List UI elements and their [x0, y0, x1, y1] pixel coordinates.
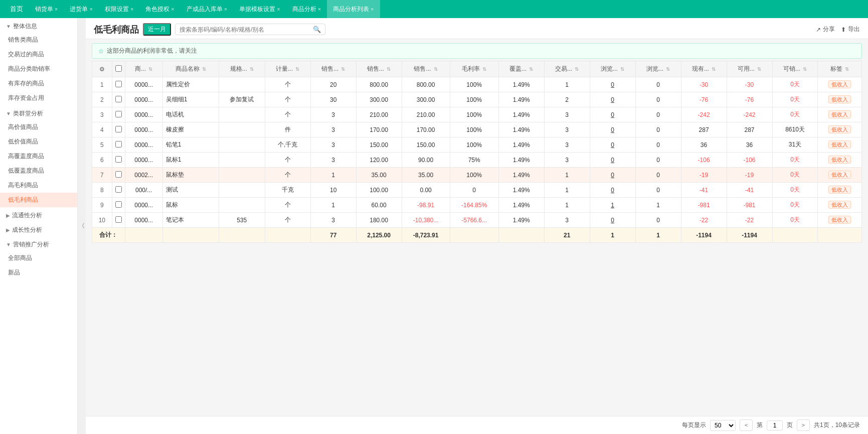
nav-goods-analysis[interactable]: 商品分析 ×: [286, 0, 327, 18]
total-spec: [219, 228, 265, 243]
sidebar-item-low-value[interactable]: 低价值商品: [0, 134, 77, 149]
page-number-input[interactable]: [767, 420, 783, 430]
row-current: -22: [681, 213, 727, 228]
row-num: 8: [92, 183, 112, 198]
row-unit: 个: [265, 92, 310, 107]
row-checkbox[interactable]: [115, 216, 122, 223]
export-button[interactable]: ⬆ 导出: [841, 25, 860, 34]
row-checkbox-cell[interactable]: [112, 92, 125, 107]
share-button[interactable]: ↗ 分享: [816, 25, 835, 34]
nav-sales-order[interactable]: 销货单 ×: [29, 0, 64, 18]
sidebar-item-low-coverage[interactable]: 低覆盖度商品: [0, 164, 77, 178]
row-checkbox-cell[interactable]: [112, 107, 125, 122]
close-purchase-order-icon[interactable]: ×: [89, 6, 92, 12]
row-checkbox[interactable]: [115, 171, 122, 178]
close-product-in-icon[interactable]: ×: [224, 6, 227, 12]
nav-home[interactable]: 首页: [4, 0, 29, 18]
sidebar-item-traded-goods[interactable]: 交易过的商品: [0, 47, 77, 62]
col-trades[interactable]: 交易... ⇅: [544, 61, 590, 77]
sidebar-item-in-stock[interactable]: 有库存的商品: [0, 76, 77, 91]
row-sales2: 100.00: [356, 183, 402, 198]
date-filter-button[interactable]: 近一月: [143, 23, 171, 36]
search-input[interactable]: [180, 26, 313, 33]
row-sales2: 300.00: [356, 92, 402, 107]
nav-product-in[interactable]: 产成品入库单 ×: [181, 0, 233, 18]
row-checkbox[interactable]: [115, 156, 122, 163]
row-checkbox[interactable]: [115, 186, 122, 193]
row-checkbox-cell[interactable]: [112, 77, 125, 92]
nav-permissions[interactable]: 权限设置 ×: [99, 0, 139, 18]
row-checkbox[interactable]: [115, 141, 122, 148]
sidebar-item-category-sales[interactable]: 商品分类助销率: [0, 62, 77, 76]
col-checkbox[interactable]: [112, 61, 125, 77]
col-sales1[interactable]: 销售... ⇅: [310, 61, 356, 77]
nav-role-auth[interactable]: 角色授权 ×: [139, 0, 180, 18]
sidebar-item-new-goods[interactable]: 新品: [0, 265, 77, 280]
col-spec[interactable]: 规格... ⇅: [219, 61, 265, 77]
select-all-checkbox[interactable]: [115, 65, 122, 72]
col-saleable[interactable]: 可销... ⇅: [772, 61, 818, 77]
sidebar-collapse-button[interactable]: 《: [78, 18, 86, 434]
sidebar-group-marketing[interactable]: ▼ 营销推广分析: [0, 236, 77, 251]
close-template-icon[interactable]: ×: [277, 6, 280, 12]
sidebar-group-growth[interactable]: ▶ 成长性分析: [0, 222, 77, 236]
next-page-button[interactable]: ＞: [797, 419, 810, 431]
total-name: [162, 228, 219, 243]
col-tag[interactable]: 标签 ⇅: [818, 61, 862, 77]
row-checkbox-cell[interactable]: [112, 198, 125, 213]
sidebar-group-overall[interactable]: ▼ 整体信息: [0, 18, 77, 33]
col-sales3[interactable]: 销售... ⇅: [402, 61, 450, 77]
row-code: 0000...: [125, 92, 162, 107]
col-code[interactable]: 商... ⇅: [125, 61, 162, 77]
col-sales2[interactable]: 销售... ⇅: [356, 61, 402, 77]
row-checkbox-cell[interactable]: [112, 137, 125, 153]
nav-template-settings[interactable]: 单据模板设置 ×: [233, 0, 286, 18]
col-browse1[interactable]: 浏览... ⇅: [590, 61, 635, 77]
row-available: -41: [727, 183, 772, 198]
sidebar-item-all-goods[interactable]: 全部商品: [0, 251, 77, 265]
close-goods-analysis-icon[interactable]: ×: [318, 6, 321, 12]
row-current: 36: [681, 137, 727, 153]
row-gross: 100%: [450, 122, 498, 137]
nav-purchase-order[interactable]: 进货单 ×: [64, 0, 98, 18]
close-permissions-icon[interactable]: ×: [130, 6, 133, 12]
row-checkbox-cell[interactable]: [112, 153, 125, 168]
col-available[interactable]: 可用... ⇅: [727, 61, 772, 77]
row-checkbox-cell[interactable]: [112, 122, 125, 137]
row-checkbox[interactable]: [115, 96, 122, 102]
prev-page-button[interactable]: ＜: [740, 419, 753, 431]
total-code: [125, 228, 162, 243]
row-checkbox[interactable]: [115, 111, 122, 117]
nav-goods-analysis-list[interactable]: 商品分析列表 ×: [327, 0, 380, 18]
row-trades: 1: [544, 168, 590, 183]
total-unit: [265, 228, 310, 243]
row-checkbox-cell[interactable]: [112, 183, 125, 198]
sidebar-item-high-margin[interactable]: 高毛利商品: [0, 178, 77, 193]
row-checkbox[interactable]: [115, 201, 122, 208]
row-checkbox-cell[interactable]: [112, 213, 125, 228]
sidebar-item-stock-funds[interactable]: 库存资金占用: [0, 91, 77, 105]
row-sales1: 1: [310, 168, 356, 183]
col-current[interactable]: 现有... ⇅: [681, 61, 727, 77]
table-container[interactable]: ⚙ 商... ⇅ 商品名称 ⇅ 规格... ⇅ 计量... ⇅ 销售... ⇅ …: [92, 61, 862, 416]
close-role-auth-icon[interactable]: ×: [171, 6, 174, 12]
col-settings[interactable]: ⚙: [92, 61, 112, 77]
col-unit[interactable]: 计量... ⇅: [265, 61, 310, 77]
row-checkbox[interactable]: [115, 81, 122, 87]
col-name[interactable]: 商品名称 ⇅: [162, 61, 219, 77]
sidebar-item-high-value[interactable]: 高价值商品: [0, 120, 77, 134]
close-sales-order-icon[interactable]: ×: [55, 6, 58, 12]
sidebar-group-cluster[interactable]: ▼ 类群堂分析: [0, 105, 77, 120]
sidebar-item-sales-goods[interactable]: 销售类商品: [0, 33, 77, 47]
row-checkbox[interactable]: [115, 126, 122, 132]
col-browse2[interactable]: 浏览... ⇅: [635, 61, 681, 77]
sidebar-item-low-margin[interactable]: 低毛利商品: [0, 193, 77, 207]
sidebar-item-high-coverage[interactable]: 高覆盖度商品: [0, 149, 77, 164]
row-checkbox-cell[interactable]: [112, 168, 125, 183]
page-size-select[interactable]: 50 100 200: [710, 420, 736, 431]
sidebar-group-flow[interactable]: ▶ 流通性分析: [0, 207, 77, 222]
close-goods-list-icon[interactable]: ×: [371, 6, 374, 12]
col-gross[interactable]: 毛利率 ⇅: [450, 61, 498, 77]
row-available: -76: [727, 92, 772, 107]
col-coverage[interactable]: 覆盖... ⇅: [498, 61, 544, 77]
